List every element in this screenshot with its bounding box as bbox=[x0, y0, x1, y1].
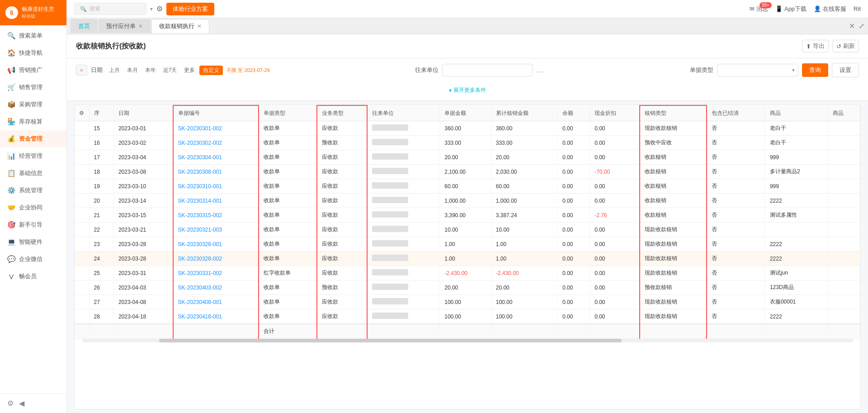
topbar-gear-icon[interactable]: ⚙ bbox=[156, 5, 163, 13]
voucher-link[interactable]: SK-20230304-001 bbox=[178, 154, 222, 161]
col-voucher-no: SK-20230408-001 bbox=[173, 295, 259, 309]
tab-prepay[interactable]: 预付应付单 ✕ bbox=[99, 19, 151, 33]
voucher-link[interactable]: SK-20230314-001 bbox=[178, 198, 222, 204]
sidebar-item-wechat[interactable]: 💬企业微信 bbox=[0, 251, 66, 268]
col-no: 21 bbox=[89, 208, 113, 223]
sidebar-label-enterprise: 企业协同 bbox=[19, 204, 42, 212]
filter-partner-input[interactable] bbox=[442, 64, 533, 76]
filter-date-label: 日期 bbox=[91, 66, 103, 74]
filter-row-1: » 日期 上月 本月 本年 近7天 更多 自定义 不限 至 2023-07-26… bbox=[76, 63, 859, 77]
col-cash-discount: 0.00 bbox=[590, 280, 640, 295]
col-goods: 老白干 bbox=[765, 121, 828, 136]
col-total-writeoff: -2,430.00 bbox=[491, 266, 557, 280]
sidebar-item-purchase[interactable]: 📦采购管理 bbox=[0, 96, 66, 113]
export-button[interactable]: ⬆ 导出 bbox=[802, 40, 829, 52]
voucher-link[interactable]: SK-20230331-002 bbox=[178, 270, 222, 276]
voucher-link[interactable]: SK-20230418-001 bbox=[178, 313, 222, 320]
topbar-search-box[interactable]: 🔍 搜索 bbox=[74, 3, 146, 15]
filter-expand-button[interactable]: » bbox=[76, 65, 87, 76]
col-goods2 bbox=[828, 223, 860, 237]
page-actions: ⬆ 导出 ↺ 刷新 bbox=[802, 40, 859, 52]
voucher-link[interactable]: SK-20230310-001 bbox=[178, 183, 222, 190]
sidebar-item-marketing[interactable]: 📢营销推广 bbox=[0, 62, 66, 79]
col-partner bbox=[367, 223, 440, 237]
col-goods2 bbox=[828, 194, 860, 208]
stock-icon: 🏪 bbox=[7, 118, 15, 126]
col-include-cleared: 否 bbox=[707, 309, 765, 324]
tab-collection-close-icon[interactable]: ✕ bbox=[197, 23, 202, 29]
col-header-no: 序 bbox=[89, 105, 113, 121]
online-service-button[interactable]: 👤 在线客服 bbox=[814, 5, 846, 13]
col-amount: 10.00 bbox=[440, 223, 491, 237]
sidebar-item-nav[interactable]: 🏠快捷导航 bbox=[0, 44, 66, 62]
col-include-cleared: 否 bbox=[707, 252, 765, 266]
collapse-icon[interactable]: ◀ bbox=[19, 399, 24, 408]
col-include-cleared: 否 bbox=[707, 194, 765, 208]
message-button[interactable]: ✉ 消息 99+ bbox=[750, 5, 768, 13]
filter-expand-more[interactable]: ▾ 展开更多条件 bbox=[76, 85, 859, 96]
sidebar-label-finance: 资金管理 bbox=[19, 135, 42, 143]
refresh-button[interactable]: ↺ 刷新 bbox=[832, 40, 859, 52]
sidebar-item-guide[interactable]: 🎯新手引导 bbox=[0, 216, 66, 233]
table-row: 22 2023-03-21 SK-20230321-003 收款单 应收款 10… bbox=[75, 223, 860, 237]
col-cash-discount: 0.00 bbox=[590, 150, 640, 165]
col-date: 2023-03-10 bbox=[113, 179, 173, 194]
col-goods2 bbox=[828, 309, 860, 324]
col-amount: 20.00 bbox=[440, 150, 491, 165]
sidebar-item-system[interactable]: ⚙️系统管理 bbox=[0, 182, 66, 199]
sidebar-item-hardware[interactable]: 💻智能硬件 bbox=[0, 233, 66, 251]
solution-button[interactable]: 体验行业方案 bbox=[166, 3, 214, 15]
col-voucher-no: SK-20230328-001 bbox=[173, 237, 259, 252]
filter-date-more[interactable]: 更多 bbox=[181, 66, 198, 75]
voucher-link[interactable]: SK-20230302-002 bbox=[178, 140, 222, 146]
app-version: 标推版 bbox=[22, 13, 54, 19]
table-scrollbar[interactable] bbox=[82, 339, 853, 342]
search-icon: 🔍 bbox=[80, 6, 87, 12]
filter-date-this-year[interactable]: 本年 bbox=[142, 66, 159, 75]
app-download-button[interactable]: 📱 App下载 bbox=[775, 5, 807, 13]
voucher-link[interactable]: SK-20230328-002 bbox=[178, 256, 222, 262]
voucher-link[interactable]: SK-20230315-002 bbox=[178, 212, 222, 218]
tab-prepay-close-icon[interactable]: ✕ bbox=[138, 23, 143, 29]
filter-date-last-month[interactable]: 上月 bbox=[106, 66, 123, 75]
sidebar-label-member: 畅会员 bbox=[19, 272, 37, 280]
voucher-link[interactable]: SK-20230321-003 bbox=[178, 227, 222, 233]
filter-custom-button[interactable]: 自定义 bbox=[199, 66, 223, 75]
voucher-link[interactable]: SK-20230403-002 bbox=[178, 285, 222, 291]
col-header-cash-discount: 现金折扣 bbox=[590, 105, 640, 121]
col-goods2 bbox=[828, 266, 860, 280]
tab-collection[interactable]: 收款核销执行 ✕ bbox=[151, 19, 209, 33]
tab-home[interactable]: 首页 bbox=[71, 19, 98, 33]
filter-date-this-month[interactable]: 本月 bbox=[124, 66, 141, 75]
col-balance: 0.00 bbox=[557, 179, 590, 194]
sidebar-item-operation[interactable]: 📊经营管理 bbox=[0, 147, 66, 165]
filter-date-7days[interactable]: 近7天 bbox=[160, 66, 180, 75]
sidebar-item-finance[interactable]: 💰资金管理 bbox=[0, 130, 66, 147]
voucher-link[interactable]: SK-20230308-001 bbox=[178, 169, 222, 175]
filter-voucher-type-input[interactable] bbox=[717, 64, 798, 76]
col-goods2 bbox=[828, 237, 860, 252]
tab-close-all-icon[interactable]: ✕ bbox=[849, 22, 855, 30]
sidebar-item-stock[interactable]: 🏪库存核算 bbox=[0, 113, 66, 130]
col-header-settings[interactable]: ⚙ bbox=[75, 105, 89, 121]
sidebar-item-enterprise[interactable]: 🤝企业协同 bbox=[0, 199, 66, 216]
col-goods: 2222 bbox=[765, 309, 828, 324]
table-scrollbar-thumb[interactable] bbox=[159, 339, 622, 342]
col-partner bbox=[367, 309, 440, 324]
sidebar-item-search[interactable]: 🔍搜索菜单 bbox=[0, 27, 66, 44]
sidebar-label-search: 搜索菜单 bbox=[19, 32, 42, 40]
col-biz-type: 应收款 bbox=[317, 150, 367, 165]
col-writeoff-type: 现款收款核销 bbox=[640, 266, 707, 280]
col-balance: 0.00 bbox=[557, 280, 590, 295]
sidebar-item-member[interactable]: V畅会员 bbox=[0, 268, 66, 285]
sidebar-item-basic[interactable]: 📋基础信息 bbox=[0, 165, 66, 182]
voucher-link[interactable]: SK-20230408-001 bbox=[178, 299, 222, 305]
user-name[interactable]: Rit bbox=[854, 5, 861, 12]
voucher-link[interactable]: SK-20230328-001 bbox=[178, 241, 222, 247]
settings-bottom-icon[interactable]: ⚙ bbox=[7, 399, 14, 408]
sidebar-item-sales[interactable]: 🛒销售管理 bbox=[0, 79, 66, 96]
filter-settings-button[interactable]: 设置 bbox=[832, 63, 859, 77]
voucher-link[interactable]: SK-20230301-002 bbox=[178, 125, 222, 132]
tab-expand-icon[interactable]: ⤢ bbox=[859, 22, 864, 30]
filter-query-button[interactable]: 查询 bbox=[802, 63, 828, 77]
